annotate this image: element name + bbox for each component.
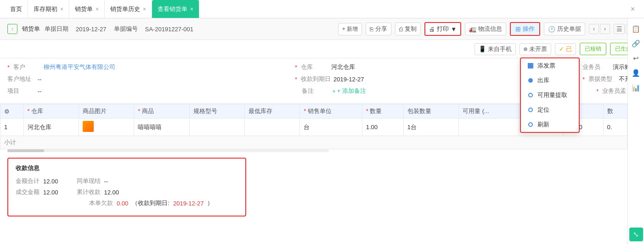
add-invoice-item[interactable]: 添发票 xyxy=(521,58,579,73)
project-value: -- xyxy=(38,88,42,95)
phone-icon: 📱 xyxy=(479,46,486,52)
settlement-value: -- xyxy=(104,178,108,185)
col-pack-qty: 包装数量 xyxy=(403,104,458,119)
logistics-button[interactable]: 🚛 物流信息 xyxy=(465,23,506,35)
right-sidebar: 📋 🔗 ↩ 👤 📊 ⤡ xyxy=(627,18,644,245)
address-value: -- xyxy=(38,76,42,83)
sidebar-expand-icon[interactable]: ⤡ xyxy=(629,228,643,241)
settlement: 同单现结 -- xyxy=(77,177,108,185)
available-qty-item[interactable]: 可用量提取 xyxy=(521,88,579,103)
unopened-ticket-btn[interactable]: 未开票 xyxy=(520,43,551,55)
close-all-tabs[interactable]: × xyxy=(626,5,639,13)
next-arrow[interactable]: › xyxy=(600,24,610,34)
history-button[interactable]: 🕐 历史单据 xyxy=(544,23,585,35)
copy-icon: ⎙ xyxy=(399,26,403,33)
cancelled-btn[interactable]: 已核销 xyxy=(580,43,606,55)
due-date: 2019-12-27 xyxy=(173,200,204,207)
tab-sales-history[interactable]: 销货单历史 × xyxy=(105,0,152,18)
col-product: * 商品 xyxy=(134,104,189,119)
main-content: ↑ 销货单 单据日期 2019-12-27 单据编号 SA-20191227-0… xyxy=(0,18,644,245)
number-label: 单据编号 xyxy=(114,25,138,33)
col-warehouse: * 仓库 xyxy=(23,104,79,119)
cumulative-payment: 累计收款 12.00 xyxy=(77,188,119,196)
nav-arrows: ‹ › xyxy=(589,24,610,34)
doc-title-area: ↑ 销货单 单据日期 2019-12-27 单据编号 SA-20191227-0… xyxy=(7,24,193,34)
col-available: 可用量 (... xyxy=(459,104,519,119)
info-row-3: 本单欠款 0.00 （收款到期日: 2019-12-27 ） xyxy=(16,199,238,207)
customer-field: * 客户 柳州粤港平安气体有限公司 xyxy=(7,63,286,71)
doc-type-label: 销货单 xyxy=(22,25,40,33)
close-view-tab[interactable]: × xyxy=(190,6,193,12)
operations-button[interactable]: ⊞ 操作 xyxy=(510,22,540,36)
tab-home[interactable]: 首页 xyxy=(5,0,28,18)
total-amount: 金额合计 12.00 xyxy=(16,177,58,185)
locate-item[interactable]: 定位 xyxy=(521,103,579,117)
sidebar-user-icon[interactable]: 👤 xyxy=(629,66,643,80)
qty-icon xyxy=(527,92,534,98)
refresh-item[interactable]: 刷新 xyxy=(521,117,579,132)
product-image xyxy=(83,121,94,132)
row-sales-unit: 台 xyxy=(300,119,362,136)
row-pack-qty: 1台 xyxy=(403,119,458,136)
info-row-2: 成交金额 12.00 累计收款 12.00 xyxy=(16,188,238,196)
outbound-icon xyxy=(527,77,534,84)
payment-date-value: 2019-12-27 xyxy=(333,76,364,83)
doc-type-icon: ↑ xyxy=(7,24,17,34)
history-icon: 🕐 xyxy=(548,26,555,33)
secondary-toolbar: 📱 来自手机 未开票 ✓ 已 已核销 已生效 xyxy=(0,40,644,58)
prev-arrow[interactable]: ‹ xyxy=(589,24,599,34)
tab-inventory[interactable]: 库存期初 × xyxy=(28,0,69,18)
sidebar-chart-icon[interactable]: 📊 xyxy=(629,81,643,95)
plus-icon: + xyxy=(332,88,336,95)
cumulative-value: 12.00 xyxy=(104,189,119,196)
customer-value[interactable]: 柳州粤港平安气体有限公司 xyxy=(44,63,115,71)
outbound-item[interactable]: 出库 xyxy=(521,73,579,88)
due-value: 0.00 xyxy=(117,200,128,207)
warehouse-value: 河北仓库 xyxy=(331,63,355,71)
doc-header: ↑ 销货单 单据日期 2019-12-27 单据编号 SA-20191227-0… xyxy=(0,18,644,40)
sidebar-link-icon[interactable]: 🔗 xyxy=(629,37,643,51)
tab-bar: 首页 库存期初 × 销货单 × 销货单历史 × 查看销货单 × × xyxy=(0,0,644,18)
row-quantity: 1.00 xyxy=(362,119,403,136)
sidebar-return-icon[interactable]: ↩ xyxy=(629,51,643,65)
new-button[interactable]: + 新增 xyxy=(338,23,362,35)
address-field: 客户地址 -- xyxy=(7,75,286,83)
sidebar-doc-icon[interactable]: 📋 xyxy=(629,22,643,36)
col-gear[interactable]: ⚙ xyxy=(0,104,24,119)
settings-icon: ⚙ xyxy=(4,108,10,115)
toolbar-buttons: + 新增 ⎘ 分享 ⎙ 复制 🖨 打印 ▼ 🚛 物流信息 xyxy=(338,22,637,36)
payment-info-title: 收款信息 xyxy=(16,164,238,172)
copy-button[interactable]: ⎙ 复制 xyxy=(395,23,421,35)
total-value: 12.00 xyxy=(43,178,58,185)
row-extra: 0. xyxy=(603,119,627,136)
refresh-icon xyxy=(527,121,534,128)
date-value: 2019-12-27 xyxy=(76,26,107,33)
list-view-btn[interactable]: ☰ xyxy=(614,24,625,34)
invoice-icon xyxy=(527,63,534,69)
share-button[interactable]: ⎘ 分享 xyxy=(366,23,391,35)
number-value: SA-20191227-001 xyxy=(145,26,194,33)
tab-view-sales[interactable]: 查看销货单 × xyxy=(152,0,199,18)
row-warehouse: 河北仓库 xyxy=(23,119,79,136)
from-phone-btn[interactable]: 📱 来自手机 xyxy=(475,43,516,55)
row-available xyxy=(459,119,519,136)
close-sales-tab[interactable]: × xyxy=(96,6,99,12)
close-inventory-tab[interactable]: × xyxy=(60,6,63,12)
locate-icon xyxy=(527,107,534,113)
transaction-amount: 成交金额 12.00 xyxy=(16,188,58,196)
print-button[interactable]: 🖨 打印 ▼ xyxy=(424,22,461,36)
due-payment: 本单欠款 0.00 （收款到期日: 2019-12-27 ） xyxy=(89,199,213,207)
print-icon: 🖨 xyxy=(429,26,435,33)
doc-meta: 单据日期 2019-12-27 单据编号 SA-20191227-001 xyxy=(45,25,193,33)
col-extra: 数 xyxy=(603,104,627,119)
project-field: 项目 -- xyxy=(7,87,293,95)
close-history-tab[interactable]: × xyxy=(143,6,146,12)
add-note-btn[interactable]: + + 添加备注 xyxy=(332,87,366,95)
tab-sales[interactable]: 销货单 × xyxy=(69,0,105,18)
info-row-1: 金额合计 12.00 同单现结 -- xyxy=(16,177,238,185)
check-icon: ✓ xyxy=(559,46,564,52)
check-btn[interactable]: ✓ 已 xyxy=(555,43,576,55)
row-spec xyxy=(189,119,244,136)
col-quantity: * 数量 xyxy=(362,104,403,119)
col-spec: 规格型号 xyxy=(189,104,244,119)
